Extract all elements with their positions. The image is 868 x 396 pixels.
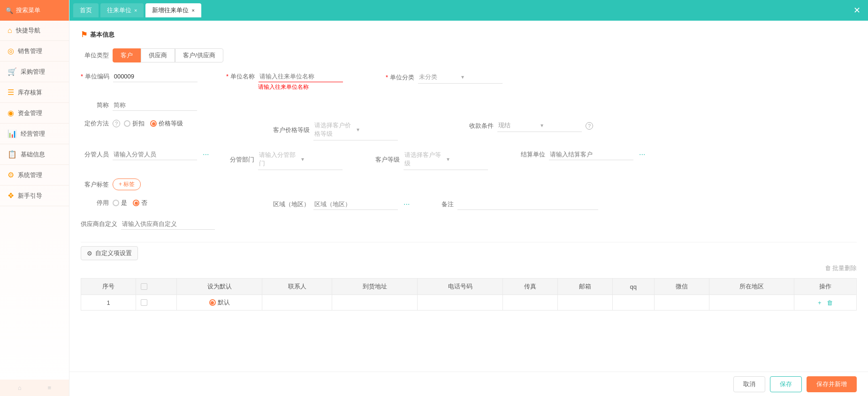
pricing-help-icon[interactable]: ? (113, 120, 120, 127)
category-select[interactable]: 未分类 ▾ (418, 71, 503, 84)
sidebar-item-system[interactable]: ⚙ 系统管理 (0, 165, 69, 186)
name-field: 单位名称 (226, 71, 358, 82)
settlement-field: 结算单位 ··· (517, 149, 648, 160)
remark-input[interactable] (457, 199, 598, 210)
sidebar-item-operation[interactable]: 📊 经营管理 (0, 124, 69, 144)
sidebar-item-finance[interactable]: ◉ 资金管理 (0, 103, 69, 124)
payment-terms-select[interactable]: 现结 ▾ (497, 119, 582, 132)
cell-action: + 🗑 (794, 295, 857, 311)
cancel-button[interactable]: 取消 (733, 376, 765, 392)
pricing-method-label: 定价方法 (81, 119, 109, 128)
gear-icon: ⚙ (87, 250, 92, 257)
cell-default: 默认 (177, 295, 262, 311)
payment-terms-help-icon[interactable]: ? (586, 122, 593, 130)
sidebar-item-label: 资金管理 (18, 109, 42, 117)
pricing-discount-option[interactable]: 折扣 (124, 119, 145, 128)
save-button[interactable]: 保存 (770, 376, 802, 392)
disabled-yes-option[interactable]: 是 (113, 199, 127, 207)
tab-contacts[interactable]: 往来单位 × (100, 3, 144, 17)
department-field: 分管部门 请输入分管部门 ▾ (226, 149, 358, 170)
department-select[interactable]: 请输入分管部门 ▾ (258, 149, 343, 170)
col-address: 到货地址 (332, 279, 418, 295)
manager-ellipsis-btn[interactable]: ··· (201, 150, 211, 159)
sales-icon: ◎ (8, 47, 14, 55)
col-region: 所在地区 (709, 279, 794, 295)
disabled-region-row: 停用 是 否 区域（地区） ··· 备注 (81, 199, 857, 210)
tab-home[interactable]: 首页 (73, 3, 99, 17)
sidebar-item-inventory[interactable]: ☰ 库存核算 (0, 82, 69, 103)
settlement-input[interactable] (549, 149, 633, 160)
sidebar-item-guide[interactable]: ❖ 新手引导 (0, 186, 69, 206)
delete-row-btn[interactable]: 🗑 (827, 299, 833, 306)
unit-type-customer-btn[interactable]: 客户 (113, 48, 141, 62)
code-input[interactable] (113, 71, 198, 82)
cell-region (709, 295, 794, 311)
sidebar-item-purchase[interactable]: 🛒 采购管理 (0, 62, 69, 82)
footer-icon-1: ⌂ (18, 384, 22, 391)
supplier-custom-input[interactable] (121, 218, 215, 230)
pricing-row: 定价方法 ? 折扣 价格等级 客户价格等级 请选择客户价格等级 (81, 119, 857, 140)
col-contact: 联系人 (262, 279, 332, 295)
window-close-button[interactable]: ✕ (850, 5, 864, 16)
customer-price-level-select[interactable]: 请选择客户价格等级 ▾ (313, 119, 398, 140)
name-field-group: 单位名称 请输入往来单位名称 (226, 71, 372, 91)
sidebar-item-quick-nav[interactable]: ⌂ 快捷导航 (0, 21, 69, 41)
manager-input[interactable] (113, 149, 197, 160)
region-field: 区域（地区） ··· (273, 199, 411, 210)
system-icon: ⚙ (8, 171, 14, 179)
unit-type-supplier-btn[interactable]: 供应商 (141, 48, 175, 62)
section-title-text: 基本信息 (90, 31, 114, 39)
disabled-no-label: 否 (141, 199, 147, 207)
tab-contacts-close[interactable]: × (134, 8, 137, 13)
default-radio[interactable] (209, 299, 216, 306)
pricing-level-option[interactable]: 价格等级 (150, 119, 183, 128)
short-name-row: 简称 (81, 100, 857, 111)
sidebar-item-sales[interactable]: ◎ 销售管理 (0, 41, 69, 62)
inventory-icon: ☰ (8, 88, 14, 97)
sidebar-item-label: 系统管理 (18, 171, 42, 179)
tab-contacts-label: 往来单位 (107, 6, 131, 15)
disabled-no-option[interactable]: 否 (133, 199, 147, 207)
customer-level-placeholder: 请选择客户等级 (404, 151, 445, 168)
sidebar-search[interactable]: 🔍 搜索菜单 (0, 0, 69, 21)
region-input[interactable] (313, 199, 398, 210)
tab-new-contact[interactable]: 新增往来单位 × (145, 3, 201, 17)
sidebar-item-label: 库存核算 (18, 88, 42, 97)
custom-settings-button[interactable]: ⚙ 自定义项设置 (81, 246, 138, 260)
cell-contact (262, 295, 332, 311)
short-name-input[interactable] (113, 100, 197, 111)
customer-tag-label: 客户标签 (81, 180, 109, 189)
disabled-yes-radio (113, 200, 119, 206)
add-row-btn[interactable]: + (818, 299, 822, 306)
customer-level-select[interactable]: 请选择客户等级 ▾ (404, 149, 488, 170)
unit-type-both-btn[interactable]: 客户/供应商 (175, 48, 223, 62)
unit-type-field: 单位类型 客户 供应商 客户/供应商 (81, 48, 223, 62)
name-error-msg: 请输入往来单位名称 (258, 83, 372, 91)
disabled-field: 停用 是 否 (81, 199, 259, 207)
bottom-bar: 取消 保存 保存并新增 (69, 372, 868, 396)
col-phone: 电话号码 (418, 279, 503, 295)
tab-new-contact-close[interactable]: × (191, 8, 194, 13)
payment-terms-label: 收款条件 (465, 122, 494, 130)
department-placeholder: 请输入分管部门 (259, 151, 299, 168)
col-checkbox (136, 279, 177, 295)
cell-address (332, 295, 418, 311)
col-index: 序号 (81, 279, 136, 295)
sidebar-item-basic[interactable]: 📋 基础信息 (0, 144, 69, 165)
batch-delete-btn[interactable]: 🗑 批量删除 (81, 264, 857, 272)
unit-type-row: 单位类型 客户 供应商 客户/供应商 (81, 48, 857, 62)
col-fax: 传真 (503, 279, 558, 295)
row-checkbox[interactable] (141, 299, 147, 306)
name-input[interactable] (259, 71, 343, 82)
region-ellipsis-btn[interactable]: ··· (402, 200, 411, 209)
save-new-button[interactable]: 保存并新增 (807, 376, 857, 392)
disabled-no-radio (133, 200, 139, 206)
settlement-ellipsis-btn[interactable]: ··· (637, 150, 647, 159)
remark-label: 备注 (426, 200, 454, 209)
select-all-checkbox[interactable] (141, 283, 147, 290)
add-tag-button[interactable]: + 标签 (113, 179, 141, 190)
pricing-discount-label: 折扣 (132, 119, 145, 128)
col-qq: qq (613, 279, 654, 295)
code-name-row: 单位编码 单位名称 请输入往来单位名称 单位分类 未分类 ▾ (81, 71, 857, 91)
col-wechat: 微信 (654, 279, 709, 295)
